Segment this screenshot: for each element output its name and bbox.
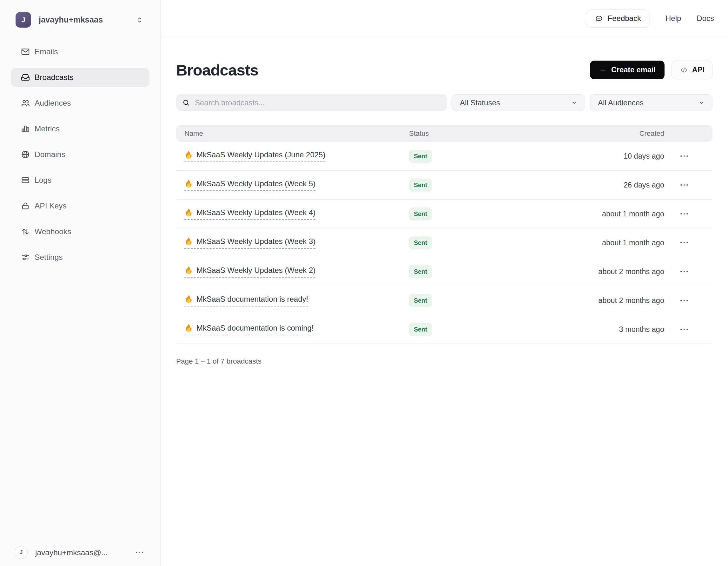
created-date: 26 days ago [536,181,664,189]
broadcast-link[interactable]: MkSaaS documentation is coming! [184,324,314,335]
created-date: 3 months ago [536,325,664,334]
account-menu[interactable]: J javayhu+mksaas@... [0,546,160,559]
sidebar-item-webhooks[interactable]: Webhooks [11,222,149,241]
chevron-down-icon [571,99,578,106]
create-email-button[interactable]: Create email [590,61,665,79]
sidebar-item-domains[interactable]: Domains [11,145,149,164]
fire-emoji-icon [184,208,193,217]
row-menu-button[interactable] [678,152,690,160]
table-row: MkSaaS Weekly Updates (June 2025) Sent 1… [176,142,712,171]
row-menu-button[interactable] [678,210,690,218]
sidebar-item-label: Logs [35,176,51,185]
sidebar-item-broadcasts[interactable]: Broadcasts [11,68,149,87]
ellipsis-icon[interactable] [135,550,144,555]
search-box[interactable] [176,94,447,111]
chevrons-up-down-icon [136,16,144,24]
created-date: 10 days ago [536,152,664,161]
feedback-button[interactable]: Feedback [586,10,650,28]
sidebar-item-label: Metrics [35,124,60,133]
broadcast-name: MkSaaS Weekly Updates (June 2025) [196,150,325,159]
row-menu-button[interactable] [678,239,690,247]
broadcast-name: MkSaaS documentation is coming! [196,324,314,332]
audience-filter-select[interactable]: All Audiences [590,94,712,111]
workspace-avatar: J [16,12,31,28]
sidebar: J javayhu+mksaas Emails Broadcasts [0,0,161,566]
search-input[interactable] [195,98,441,107]
sidebar-item-audiences[interactable]: Audiences [11,94,149,113]
sidebar-item-settings[interactable]: Settings [11,248,149,267]
broadcast-link[interactable]: MkSaaS Weekly Updates (Week 5) [184,179,315,191]
status-badge: Sent [409,294,432,307]
filters-row: All Statuses All Audiences [176,94,712,111]
sidebar-item-logs[interactable]: Logs [11,171,149,190]
table-row: MkSaaS Weekly Updates (Week 5) Sent 26 d… [176,171,712,200]
main-area: Feedback Help Docs Broadcasts Create ema… [161,0,728,566]
status-badge: Sent [409,207,432,220]
status-badge: Sent [409,323,432,336]
fire-emoji-icon [184,237,193,246]
search-icon [182,99,190,107]
fire-emoji-icon [184,324,193,332]
table-row: MkSaaS documentation is ready! Sent abou… [176,286,712,315]
broadcast-name: MkSaaS documentation is ready! [196,295,308,304]
fire-emoji-icon [184,295,193,303]
docs-link[interactable]: Docs [697,14,714,23]
row-menu-button[interactable] [678,326,690,333]
broadcast-name: MkSaaS Weekly Updates (Week 4) [196,208,315,217]
row-menu-button[interactable] [678,297,690,305]
created-date: about 2 months ago [536,267,664,276]
api-label: API [692,66,705,74]
topbar: Feedback Help Docs [161,0,728,37]
workspace-switcher[interactable]: J javayhu+mksaas [0,0,160,28]
broadcast-link[interactable]: MkSaaS Weekly Updates (Week 2) [184,266,315,278]
status-filter-value: All Statuses [460,98,500,107]
page-title: Broadcasts [176,61,258,79]
fire-emoji-icon [184,179,193,188]
column-header-status: Status [409,129,536,138]
row-menu-button[interactable] [678,181,690,189]
broadcast-link[interactable]: MkSaaS Weekly Updates (Week 3) [184,237,315,249]
status-badge: Sent [409,236,432,249]
table-row: MkSaaS documentation is coming! Sent 3 m… [176,315,712,344]
row-menu-button[interactable] [678,268,690,276]
account-email: javayhu+mksaas@... [35,548,128,557]
broadcast-link[interactable]: MkSaaS Weekly Updates (Week 4) [184,208,315,220]
inbox-icon [21,73,30,82]
arrows-up-down-icon [21,227,30,236]
broadcast-link[interactable]: MkSaaS documentation is ready! [184,295,308,306]
column-header-name: Name [184,129,409,138]
page-head: Broadcasts Create email API [176,61,712,79]
sidebar-item-label: Settings [35,253,63,262]
status-badge: Sent [409,265,432,278]
table-row: MkSaaS Weekly Updates (Week 4) Sent abou… [176,200,712,228]
create-email-label: Create email [611,66,656,74]
status-badge: Sent [409,179,432,192]
sidebar-item-metrics[interactable]: Metrics [11,119,149,138]
mail-icon [21,47,30,56]
status-badge: Sent [409,150,432,163]
lock-icon [21,201,30,211]
broadcast-name: MkSaaS Weekly Updates (Week 2) [196,266,315,275]
broadcasts-table: Name Status Created MkSaaS Weekly Update… [176,125,712,365]
sidebar-item-label: Audiences [35,99,71,108]
column-header-created: Created [536,129,664,138]
plus-icon [599,66,607,74]
content: Broadcasts Create email API [161,37,728,365]
fire-emoji-icon [184,266,193,274]
help-link[interactable]: Help [665,14,681,23]
broadcast-link[interactable]: MkSaaS Weekly Updates (June 2025) [184,150,325,162]
table-row: MkSaaS Weekly Updates (Week 3) Sent abou… [176,228,712,257]
users-icon [21,98,30,108]
api-button[interactable]: API [672,61,712,79]
audience-filter-value: All Audiences [598,98,644,107]
sidebar-item-emails[interactable]: Emails [11,42,149,61]
pagination-status: Page 1 – 1 of 7 broadcasts [176,357,712,365]
globe-icon [21,150,30,159]
head-actions: Create email API [590,61,712,79]
sidebar-item-api-keys[interactable]: API Keys [11,196,149,215]
chevron-down-icon [698,99,705,106]
table-row: MkSaaS Weekly Updates (Week 2) Sent abou… [176,257,712,286]
status-filter-select[interactable]: All Statuses [452,94,585,111]
fire-emoji-icon [184,150,193,159]
bar-chart-icon [21,124,30,134]
